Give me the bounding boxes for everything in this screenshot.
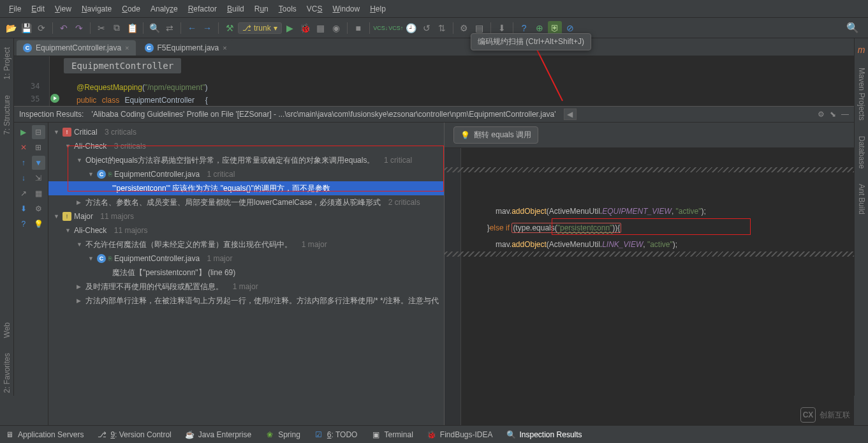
paste-icon[interactable]: 📋	[125, 21, 139, 35]
menu-view[interactable]: View	[50, 4, 77, 13]
vcs-commit-icon[interactable]: VCS↑	[389, 21, 403, 35]
tree-rule-cleanup[interactable]: ▶ 及时清理不再使用的代码段或配置信息。 1 major	[48, 280, 444, 294]
status-todo[interactable]: ☑6: TODO	[314, 430, 358, 439]
status-inspection[interactable]: 🔍Inspection Results	[507, 430, 582, 439]
build-icon[interactable]: ⚒	[223, 21, 237, 35]
help-icon[interactable]: ?	[17, 217, 31, 231]
tree-major[interactable]: ▼! Major 11 majors	[48, 209, 444, 223]
tree-critical[interactable]: ▼! Critical 3 criticals	[48, 125, 444, 139]
tree-issue-selected[interactable]: '"persistentconn"' 应该作为方法 "equals()"的调用方…	[48, 181, 444, 195]
menu-navigate[interactable]: Navigate	[77, 4, 117, 13]
sync-icon[interactable]: ⟳	[34, 21, 48, 35]
menu-file[interactable]: File	[4, 4, 26, 13]
cut-icon[interactable]: ✂	[94, 21, 108, 35]
menu-help[interactable]: Help	[365, 4, 391, 13]
down-icon[interactable]: ⬇	[17, 202, 31, 216]
menu-edit[interactable]: Edit	[26, 4, 50, 13]
coverage-icon[interactable]: ▦	[314, 21, 328, 35]
tool-ant[interactable]: Ant Build	[857, 181, 866, 217]
find-icon[interactable]: 🔍	[147, 21, 161, 35]
settings-icon[interactable]: ⚙	[32, 202, 46, 216]
redo-icon[interactable]: ↷	[72, 21, 86, 35]
hide-icon[interactable]: —	[841, 110, 849, 119]
collapse-icon[interactable]: ⊞	[32, 140, 46, 154]
status-spring[interactable]: ❀Spring	[265, 430, 300, 439]
status-terminal[interactable]: ▣Terminal	[371, 430, 413, 439]
profile-icon[interactable]: ◉	[329, 21, 343, 35]
vcs-update-icon[interactable]: VCS↓	[374, 21, 388, 35]
save-all-icon[interactable]: 💾	[19, 21, 33, 35]
autoscroll-icon[interactable]: ⇲	[32, 171, 46, 185]
tree-rule-equals[interactable]: ▼ Object的equals方法容易抛空指针异常，应使用常量或确定有值的对象来…	[48, 153, 444, 167]
tool-maven[interactable]: Maven Projects	[857, 65, 866, 123]
run-icon[interactable]: ▶	[283, 21, 297, 35]
status-vcs[interactable]: ⎇9: Version Control	[98, 430, 171, 439]
menu-tools[interactable]: Tools	[274, 4, 302, 13]
watermark: CX创新互联	[800, 407, 850, 423]
back-icon[interactable]: ←	[185, 21, 199, 35]
tool-structure[interactable]: 7: Structure	[3, 93, 11, 137]
next-icon[interactable]: ↓	[17, 171, 31, 185]
class-icon: C	[23, 43, 32, 52]
status-appservers[interactable]: 🖥Application Servers	[5, 430, 84, 439]
tree-file-crit[interactable]: ▼C⎘ EquipmentController.java 1 critical	[48, 167, 444, 181]
group-icon[interactable]: ▦	[32, 186, 46, 200]
forward-icon[interactable]: →	[200, 21, 214, 35]
tree-rule-camelcase[interactable]: ▶ 方法名、参数名、成员变量、局部变量都统一使用lowerCamelCase，必…	[48, 195, 444, 209]
tool-favorites[interactable]: 2: Favorites	[3, 350, 11, 396]
menu-analyze[interactable]: Analyze	[145, 4, 183, 13]
tree-alicheck-crit[interactable]: ▼ Ali-Check 3 criticals	[48, 139, 444, 153]
tree-rule-comment[interactable]: ▶ 方法内部单行注释，在被注释语句上方另起一行，使用//注释。方法内部多行注释使…	[48, 294, 444, 308]
copy-icon[interactable]: ⧉	[110, 21, 124, 35]
replace-icon[interactable]: ⇄	[163, 21, 177, 35]
quickfix-button[interactable]: 💡 翻转 equals 调用	[453, 126, 538, 144]
undo-icon[interactable]: ↶	[57, 21, 71, 35]
stop-icon[interactable]: ■	[351, 21, 365, 35]
close-icon[interactable]: ×	[223, 44, 226, 52]
open-icon[interactable]: 📂	[4, 21, 18, 35]
minimize-icon[interactable]: ⬊	[830, 110, 836, 119]
menu-vcs[interactable]: VCS	[302, 4, 328, 13]
prev-icon[interactable]: ↑	[17, 156, 31, 170]
close-icon[interactable]: ✕	[17, 140, 31, 154]
branch-combo[interactable]: ⎇ trunk ▾	[238, 22, 282, 34]
tree-issue-magic[interactable]: 魔法值【"persistentconn"】 (line 69)	[48, 266, 444, 280]
export-icon[interactable]: ↗	[17, 186, 31, 200]
expand-icon[interactable]: ⊟	[32, 125, 46, 139]
nav-left-icon[interactable]: ◀	[564, 109, 577, 120]
inspection-tree[interactable]: ▼! Critical 3 criticals ▼ Ali-Check 3 cr…	[48, 123, 444, 425]
menu-code[interactable]: Code	[117, 4, 145, 13]
debug-icon[interactable]: 🐞	[298, 21, 313, 35]
status-jee[interactable]: ☕Java Enterprise	[186, 430, 251, 439]
diff-icon[interactable]: ⇅	[435, 21, 449, 35]
gutter-run-icon[interactable]	[50, 93, 61, 105]
tree-file-major[interactable]: ▼C⎘ EquipmentController.java 1 major	[48, 252, 444, 266]
tool-database[interactable]: Database	[857, 133, 866, 171]
history-icon[interactable]: 🕘	[404, 21, 418, 35]
bulb-icon: 💡	[460, 131, 470, 140]
code-line-35[interactable]: public class EquipmentController {	[77, 94, 208, 105]
gear-icon[interactable]: ⚙	[818, 110, 825, 119]
tab-f5-equipment[interactable]: C F5Equipment.java ×	[138, 40, 233, 56]
search-everywhere-icon[interactable]: 🔍	[846, 22, 864, 34]
menu-bar: File Edit View Navigate Code Analyze Ref…	[0, 0, 868, 18]
tree-alicheck-major[interactable]: ▼ Ali-Check 11 majors	[48, 223, 444, 237]
settings-icon[interactable]: ⚙	[457, 21, 471, 35]
breadcrumb[interactable]: EquipmentController	[64, 58, 181, 73]
menu-build[interactable]: Build	[222, 4, 249, 13]
code-preview[interactable]: mav.addObject(ActiveMenuUtil.EQUIPMENT_V…	[445, 148, 854, 425]
menu-refactor[interactable]: Refactor	[183, 4, 222, 13]
menu-run[interactable]: Run	[249, 4, 274, 13]
tab-equipment-controller[interactable]: C EquipmentController.java ×	[17, 40, 136, 56]
tool-project[interactable]: 1: Project	[3, 45, 11, 82]
bulb-icon[interactable]: 💡	[32, 217, 46, 231]
menu-window[interactable]: Window	[327, 4, 365, 13]
status-findbugs[interactable]: 🐞FindBugs-IDEA	[427, 430, 493, 439]
code-line-34[interactable]: @RequestMapping("/npm/equipment")	[77, 82, 208, 92]
rollback-icon[interactable]: ↺	[420, 21, 434, 35]
rerun-icon[interactable]: ▶	[17, 125, 31, 139]
tool-web[interactable]: Web	[3, 320, 11, 340]
close-icon[interactable]: ×	[125, 44, 129, 52]
tree-rule-magic[interactable]: ▼ 不允许任何魔法值（即未经定义的常量）直接出现在代码中。 1 major	[48, 237, 444, 252]
filter-icon[interactable]: ▼	[32, 156, 46, 170]
